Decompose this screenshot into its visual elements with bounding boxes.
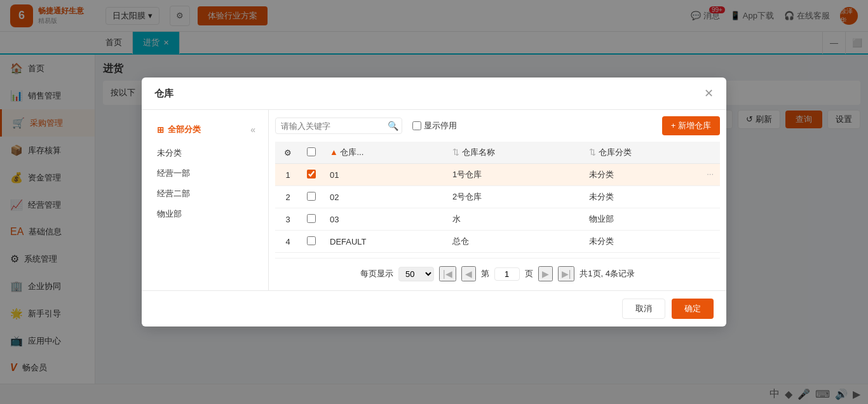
cell-category: 物业部 <box>583 208 720 231</box>
select-all-checkbox[interactable] <box>307 147 316 156</box>
cell-num: 3 <box>275 208 301 231</box>
grid-icon: ⊞ <box>157 125 164 135</box>
confirm-button[interactable]: 确定 <box>672 299 714 319</box>
cell-name: 总仓 <box>446 231 583 253</box>
cancel-button[interactable]: 取消 <box>622 299 665 319</box>
row-checkbox[interactable] <box>307 236 316 245</box>
cell-code: 02 <box>323 186 446 208</box>
row-checkbox[interactable] <box>307 192 316 201</box>
cell-code: 01 <box>323 164 446 186</box>
cell-code: 03 <box>323 208 446 231</box>
category-panel: ⊞ 全部分类 « 未分类 经营一部 经营二部 物业部 <box>142 110 269 290</box>
table-row[interactable]: 2 02 2号仓库 未分类 <box>275 186 720 208</box>
row-checkbox[interactable] <box>307 170 316 178</box>
sort-icon-name: ⇅ <box>452 147 459 157</box>
cell-name: 1号仓库 <box>446 164 583 186</box>
th-checkbox <box>301 142 323 164</box>
last-page-button[interactable]: ▶| <box>558 266 575 281</box>
search-icon[interactable]: 🔍 <box>388 121 398 131</box>
per-page-select[interactable]: 50 100 200 <box>398 267 434 281</box>
table-body: 1 01 1号仓库 未分类··· 2 02 2号仓库 未分类 3 03 水 物业… <box>275 164 720 253</box>
th-settings: ⚙ <box>275 142 301 164</box>
cell-category: 未分类··· <box>583 164 720 186</box>
cell-name: 水 <box>446 208 583 231</box>
total-info: 共1页, 4条记录 <box>580 268 635 279</box>
table-header-row: ⚙ ▲ 仓库... ⇅ <box>275 142 720 164</box>
prev-page-button[interactable]: ◀ <box>461 266 476 281</box>
table-container: ⚙ ▲ 仓库... ⇅ <box>275 142 720 253</box>
table-row[interactable]: 4 DEFAULT 总仓 未分类 <box>275 231 720 253</box>
th-category: ⇅ 仓库分类 <box>583 142 720 164</box>
collapse-button[interactable]: « <box>245 125 261 135</box>
cell-name: 2号仓库 <box>446 186 583 208</box>
table-row[interactable]: 3 03 水 物业部 <box>275 208 720 231</box>
table-panel: 🔍 显示停用 + 新增仓库 <box>269 110 726 290</box>
category-item-dept1[interactable]: 经营一部 <box>142 163 268 184</box>
category-all[interactable]: ⊞ 全部分类 <box>149 120 208 139</box>
sort-icon: ▲ <box>330 147 338 157</box>
more-icon[interactable]: ··· <box>707 169 714 178</box>
page-label: 第 <box>481 268 489 279</box>
category-item-property[interactable]: 物业部 <box>142 204 268 224</box>
next-page-button[interactable]: ▶ <box>538 266 553 281</box>
settings-th-icon: ⚙ <box>284 148 292 158</box>
cell-category: 未分类 <box>583 186 720 208</box>
cell-checkbox <box>301 231 323 253</box>
cell-checkbox <box>301 208 323 231</box>
first-page-button[interactable]: |◀ <box>439 266 456 281</box>
table-row[interactable]: 1 01 1号仓库 未分类··· <box>275 164 720 186</box>
cell-num: 4 <box>275 231 301 253</box>
modal-close-button[interactable]: ✕ <box>704 86 714 100</box>
search-input[interactable] <box>281 121 388 131</box>
warehouse-modal: 仓库 ✕ ⊞ 全部分类 « 未分类 经营一部 经营二部 物业部 <box>142 77 726 327</box>
page-unit: 页 <box>525 268 533 279</box>
row-checkbox[interactable] <box>307 214 316 223</box>
modal-title: 仓库 <box>154 88 173 100</box>
th-name: ⇅ 仓库名称 <box>446 142 583 164</box>
category-item-dept2[interactable]: 经营二部 <box>142 184 268 204</box>
cell-category: 未分类 <box>583 231 720 253</box>
category-item-unclassified[interactable]: 未分类 <box>142 143 268 163</box>
modal-overlay: 仓库 ✕ ⊞ 全部分类 « 未分类 经营一部 经营二部 物业部 <box>0 0 868 404</box>
category-header: ⊞ 全部分类 « <box>142 116 268 143</box>
per-page-label: 每页显示 <box>360 268 393 279</box>
pagination: 每页显示 50 100 200 |◀ ◀ 第 页 ▶ ▶| 共1页, 4条记录 <box>275 258 720 284</box>
cell-num: 1 <box>275 164 301 186</box>
cell-code: DEFAULT <box>323 231 446 253</box>
modal-footer: 取消 确定 <box>142 290 726 327</box>
search-input-wrap: 🔍 <box>275 118 402 134</box>
table-toolbar: 🔍 显示停用 + 新增仓库 <box>275 116 720 135</box>
cell-num: 2 <box>275 186 301 208</box>
show-disabled-label: 显示停用 <box>424 120 457 131</box>
warehouse-table: ⚙ ▲ 仓库... ⇅ <box>275 142 720 253</box>
page-input[interactable] <box>494 267 520 281</box>
add-warehouse-button[interactable]: + 新增仓库 <box>662 116 720 135</box>
cell-checkbox <box>301 164 323 186</box>
show-disabled-wrap: 显示停用 <box>412 120 457 131</box>
cell-checkbox <box>301 186 323 208</box>
modal-body: ⊞ 全部分类 « 未分类 经营一部 经营二部 物业部 🔍 <box>142 110 726 290</box>
show-disabled-checkbox[interactable] <box>412 121 421 130</box>
modal-header: 仓库 ✕ <box>142 77 726 110</box>
th-code: ▲ 仓库... <box>323 142 446 164</box>
sort-icon-cat: ⇅ <box>589 147 596 157</box>
